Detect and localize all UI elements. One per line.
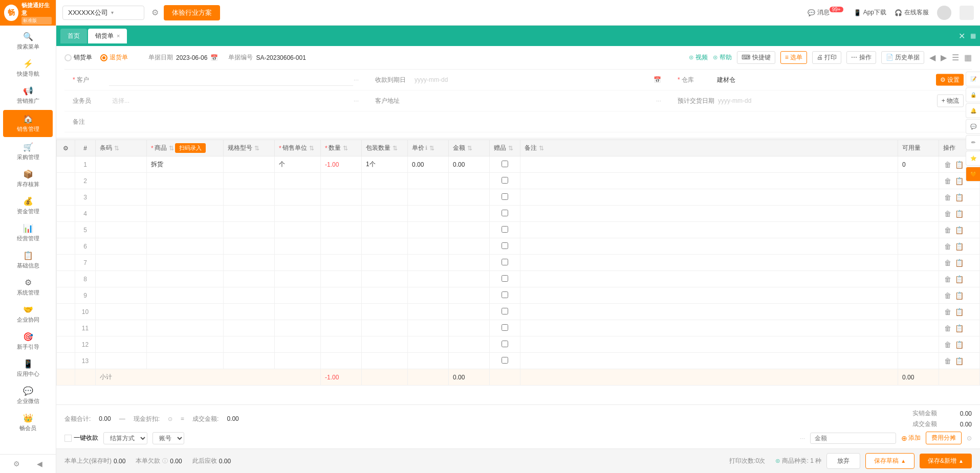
salesperson-more-icon[interactable]: ··· [354, 97, 359, 104]
cell-unit-7[interactable] [275, 271, 321, 287]
cell-pkgqty-5[interactable] [362, 238, 408, 255]
cell-spec-12[interactable] [224, 353, 275, 369]
cell-barcode-3[interactable] [96, 206, 147, 222]
cell-remark-11[interactable] [520, 336, 898, 353]
cumulative-owed-info-icon[interactable]: ⓘ [162, 457, 168, 465]
cell-remark-7[interactable] [520, 271, 898, 287]
customer-addr-input[interactable] [411, 95, 656, 107]
copy-row-5-btn[interactable]: 📋 [954, 241, 965, 252]
expense-btn[interactable]: 费用分摊 [926, 432, 962, 444]
user-menu-btn[interactable] [960, 6, 974, 20]
cell-remark-9[interactable] [520, 304, 898, 320]
payment-method-select[interactable]: 结算方式 [103, 432, 147, 444]
cell-price-2[interactable] [408, 189, 449, 206]
th-pkgqty[interactable]: 包装数量 ⇅ [362, 140, 408, 156]
cell-goods-9[interactable] [147, 304, 224, 320]
cell-pkgqty-8[interactable] [362, 287, 408, 304]
delete-row-0-btn[interactable]: 🗑 [943, 160, 952, 170]
cell-gift-2[interactable] [490, 189, 520, 206]
sidebar-item-marketing[interactable]: 📢 营销推广 [0, 82, 56, 109]
cell-spec-1[interactable] [224, 173, 275, 189]
scan-barcode-btn[interactable]: 扫码录入 [175, 143, 206, 153]
select-bill-btn[interactable]: ≡ 选单 [780, 51, 807, 64]
cell-price-12[interactable] [408, 353, 449, 369]
cell-amount-10[interactable] [449, 320, 490, 336]
sidebar-item-system[interactable]: ⚙ 系统管理 [0, 274, 56, 301]
sidebar-item-member[interactable]: 👑 畅会员 [0, 409, 56, 436]
cell-amount-9[interactable] [449, 304, 490, 320]
logistics-button[interactable]: + 物流 [937, 95, 964, 107]
th-unit[interactable]: *销售单位 ⇅ [275, 140, 321, 156]
delete-row-2-btn[interactable]: 🗑 [943, 192, 952, 202]
remarks-input[interactable] [108, 116, 964, 128]
delete-row-10-btn[interactable]: 🗑 [943, 323, 952, 333]
cell-gift-0[interactable] [490, 156, 520, 173]
customer-input[interactable] [108, 74, 354, 86]
cell-pkgqty-9[interactable] [362, 304, 408, 320]
th-price[interactable]: 单价 ℹ ⇅ [408, 140, 449, 156]
side-float-btn-4[interactable]: 💬 [966, 119, 980, 134]
radio-sales-order[interactable]: 销货单 [64, 53, 92, 62]
th-settings[interactable]: ⚙ [57, 140, 75, 156]
side-float-btn-1[interactable]: 📝 [966, 72, 980, 86]
cell-spec-0[interactable] [224, 156, 275, 173]
settings-button[interactable]: ⚙ 设置 [936, 74, 964, 86]
online-service-btn[interactable]: 🎧 在线客服 [895, 8, 929, 17]
cell-spec-3[interactable] [224, 206, 275, 222]
cell-unit-2[interactable] [275, 189, 321, 206]
copy-row-3-btn[interactable]: 📋 [954, 209, 965, 219]
cell-goods-5[interactable] [147, 238, 224, 255]
app-download-btn[interactable]: 📱 App下载 [854, 8, 886, 17]
cell-price-6[interactable] [408, 255, 449, 271]
cell-price-0[interactable]: 0.00 [408, 156, 449, 173]
cell-goods-0[interactable]: 拆货 [147, 156, 224, 173]
tab-layout-icon[interactable]: ▦ [970, 32, 976, 39]
payment-account-select[interactable]: 账号 [153, 432, 184, 444]
help-link[interactable]: ⊙ 帮助 [713, 53, 732, 62]
th-remark[interactable]: 备注 ⇅ [520, 140, 898, 156]
sort-goods-icon[interactable]: ⇅ [169, 145, 174, 152]
cell-amount-6[interactable] [449, 255, 490, 271]
cell-amount-4[interactable] [449, 222, 490, 238]
th-amount[interactable]: 金额 ⇅ [449, 140, 490, 156]
cell-remark-5[interactable] [520, 238, 898, 255]
shortcut-btn[interactable]: ⌨ 快捷键 [737, 51, 775, 64]
cell-spec-6[interactable] [224, 255, 275, 271]
cell-amount-8[interactable] [449, 287, 490, 304]
copy-row-1-btn[interactable]: 📋 [954, 176, 965, 186]
salesperson-input[interactable]: 选择... [108, 95, 354, 107]
cell-price-5[interactable] [408, 238, 449, 255]
delete-row-4-btn[interactable]: 🗑 [943, 225, 952, 235]
cell-spec-4[interactable] [224, 222, 275, 238]
cell-qty-11[interactable] [321, 336, 362, 353]
cell-unit-8[interactable] [275, 287, 321, 304]
sort-spec-icon[interactable]: ⇅ [254, 145, 259, 152]
cell-remark-12[interactable] [520, 353, 898, 369]
sidebar-settings-btn[interactable]: ⚙ [13, 460, 20, 468]
layout-list-icon[interactable]: ☰ [952, 53, 959, 62]
cell-goods-3[interactable] [147, 206, 224, 222]
due-date-calendar-icon[interactable]: 📅 [654, 76, 661, 83]
sidebar-item-basic[interactable]: 📋 基础信息 [0, 246, 56, 274]
print-btn[interactable]: 🖨 打印 [812, 51, 841, 64]
cell-qty-12[interactable] [321, 353, 362, 369]
cell-amount-3[interactable] [449, 206, 490, 222]
layout-grid-icon[interactable]: ▦ [964, 53, 972, 62]
save-new-button[interactable]: 保存&新增 ▲ [920, 454, 972, 468]
cell-barcode-4[interactable] [96, 222, 147, 238]
close-all-tabs-icon[interactable]: ✕ [959, 31, 965, 41]
sidebar-item-wechat[interactable]: 💬 企业微信 [0, 382, 56, 409]
delete-row-3-btn[interactable]: 🗑 [943, 209, 952, 219]
cell-gift-7[interactable] [490, 271, 520, 287]
sort-pkgqty-icon[interactable]: ⇅ [393, 145, 398, 152]
cell-unit-12[interactable] [275, 353, 321, 369]
cell-remark-1[interactable] [520, 173, 898, 189]
cell-barcode-0[interactable] [96, 156, 147, 173]
cell-pkgqty-10[interactable] [362, 320, 408, 336]
cell-price-8[interactable] [408, 287, 449, 304]
delete-row-8-btn[interactable]: 🗑 [943, 290, 952, 301]
sort-unit-icon[interactable]: ⇅ [309, 145, 314, 152]
cell-gift-10[interactable] [490, 320, 520, 336]
cell-gift-9[interactable] [490, 304, 520, 320]
price-info-icon[interactable]: ℹ [425, 145, 427, 151]
